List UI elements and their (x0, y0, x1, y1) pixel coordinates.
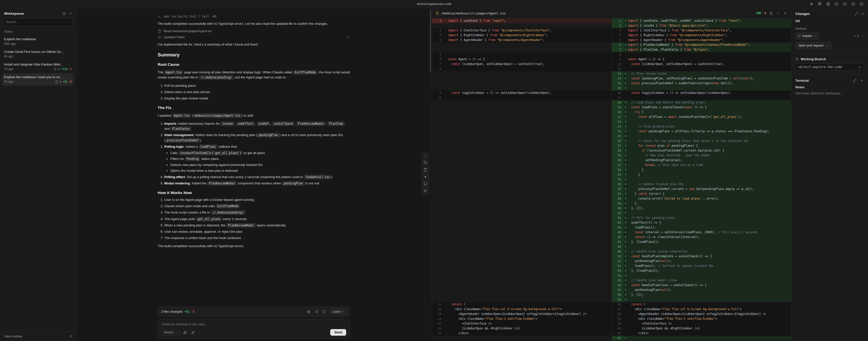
diff-row: 4import { AgentHeader } from "@/componen… (432, 38, 791, 42)
columns-icon (770, 12, 773, 15)
chat-heading: How It Works Now (158, 190, 350, 195)
additions-count: +61 (63, 80, 68, 84)
list-item-text: The response is written back and the hoo… (164, 236, 241, 240)
send-button[interactable]: Send (330, 329, 346, 336)
pause-button[interactable] (809, 2, 814, 6)
new-terminal-button[interactable] (860, 79, 864, 83)
split-view-button[interactable] (769, 11, 773, 16)
toggle-bottom-panel-button[interactable] (842, 2, 847, 6)
diff-line-old (432, 71, 612, 76)
line-number: 15 (432, 321, 444, 326)
copy-button[interactable] (423, 160, 428, 165)
working-branch-field[interactable]: vk/3ccf-explore-the-code (795, 63, 864, 70)
workspace-item-title: Explore the codebase I want you to ex... (4, 75, 72, 79)
code-text: useEffect(() => { (628, 220, 661, 225)
diff-sign (444, 225, 448, 230)
version-dropdown[interactable]: Latest (330, 309, 347, 314)
chat-scrollbar-thumb[interactable] (430, 10, 431, 73)
list-item-text: State management: Added state for tracki… (164, 133, 343, 142)
list-item: Poll for pending plans (164, 83, 350, 88)
text: Calls (170, 151, 179, 155)
drag-handle-icon[interactable] (424, 154, 427, 158)
branch-selector[interactable]: master (795, 33, 819, 39)
split-columns-button[interactable] (859, 2, 864, 6)
line-number: 14 (432, 316, 444, 321)
diff-sign: + (624, 148, 628, 153)
chat-tool-row[interactable]: Read medusa/src/pages/Agent.tsx (158, 29, 350, 33)
bold-text: Imports (164, 122, 176, 125)
workspace-item[interactable]: Explore the codebase35m ago (2, 35, 74, 48)
collapse-panel-button[interactable] (861, 12, 865, 16)
diff-row: 51+ setPendingPlan(null); (432, 259, 791, 264)
expand-panel-button[interactable] (854, 12, 859, 16)
open-pr-button[interactable]: Open pull request (795, 42, 832, 49)
diff-line-old (432, 216, 612, 220)
history-button[interactable] (322, 309, 327, 314)
diff-sign (444, 28, 448, 33)
workspace-item[interactable]: Create Good First Issues on Github So...… (2, 48, 74, 60)
branch-button[interactable] (423, 189, 428, 193)
line-number (432, 110, 444, 115)
diff-line-new: 52+ loadPlans(); // Refresh to update tr… (612, 264, 791, 269)
notes-placeholder[interactable]: Add notes about this workspace... (791, 90, 868, 96)
line-number: 60 (612, 302, 624, 307)
diff-line-new: 38+ console.error('Failed to load plans:… (612, 196, 791, 201)
diff-sign (624, 316, 628, 321)
terminal-button[interactable] (423, 182, 428, 186)
workspace-layout-button[interactable] (62, 11, 66, 16)
workspace-item[interactable]: Explore the codebase I want you to ex...… (2, 73, 74, 86)
diff-line-new: 2+import { invoke } from "@tauri-apps/ap… (612, 23, 791, 28)
chat-tool-row[interactable]: Updated Todos (158, 35, 350, 39)
text: Read medusa/src/pages/Agent.tsx (163, 29, 212, 33)
diff-sign (624, 33, 628, 38)
toggle-left-panel-button[interactable] (834, 2, 839, 6)
text: Claude enters plan mode and calls (164, 204, 216, 208)
inline-code: invoke (221, 121, 234, 126)
diff-sign (444, 297, 448, 302)
diff-line-new: 14+ const previousPlanIdsRef = useRef<Se… (612, 81, 791, 86)
chat-paragraph: The build completed successfully with no… (158, 21, 350, 26)
code-text: if (!previousPlanIdsRef.current.has(plan… (628, 148, 724, 153)
view-archive-row[interactable]: View Archive 0 (0, 332, 76, 341)
text: , but the Agent page had no code to: (233, 75, 286, 79)
list-item-text: When a new pending plan is detected, the… (164, 223, 286, 227)
inline-code: ~/.medusa/pending/ (211, 210, 245, 215)
diff-sign (444, 148, 448, 153)
diff-sign (444, 66, 448, 71)
text: Filters for (170, 157, 185, 161)
diff-sign (624, 307, 628, 312)
diff-sign (624, 57, 628, 62)
kanban-view-button[interactable] (817, 2, 822, 6)
new-workspace-button[interactable] (68, 11, 73, 16)
workspace-item[interactable]: Install and integrate Vibe Kanban Web...… (2, 60, 74, 73)
diff-line-old (432, 259, 612, 264)
file-list-button[interactable] (314, 309, 319, 314)
changes-summary-bar[interactable]: 2 files changed +61 -3 Latest (158, 307, 350, 317)
mode-dropdown[interactable]: Default (161, 330, 180, 335)
edit-button[interactable] (191, 330, 195, 335)
search-input[interactable] (3, 18, 73, 26)
attach-button[interactable] (183, 330, 188, 335)
workspace-item-time: 6h ago (4, 55, 13, 58)
diff-row: 43+ useEffect(() => { (432, 220, 791, 225)
message-input[interactable] (161, 322, 346, 326)
close-diff-button[interactable] (783, 11, 787, 16)
chat-command-row[interactable]: npm run build 2>&1 | tail -80 (158, 15, 350, 18)
terminal-section-label: Terminal (795, 79, 809, 83)
toggle-right-panel-button[interactable] (851, 2, 856, 6)
grid-view-button[interactable] (826, 2, 831, 6)
run-button[interactable] (423, 175, 428, 179)
line-number (432, 115, 444, 119)
clipboard-button[interactable] (423, 167, 428, 172)
branch-menu-button[interactable] (861, 34, 865, 38)
workspaces-sidebar: Workspaces Active Explore the codebase35… (0, 8, 76, 341)
diff-row: 32+ } (432, 167, 791, 172)
workspace-item-stats: 2+61-3 (55, 80, 72, 84)
diff-line-new: 46+ return () => clearInterval(interval)… (612, 235, 791, 240)
collapse-diff-button[interactable] (776, 11, 780, 16)
list-item-text: Polling logic: Added a loadPlans callbac… (164, 145, 238, 149)
expand-terminal-button[interactable] (853, 79, 857, 83)
line-number (432, 235, 444, 240)
diff-line-new: 54+ (612, 273, 791, 278)
visibility-toggle-button[interactable] (306, 309, 311, 314)
